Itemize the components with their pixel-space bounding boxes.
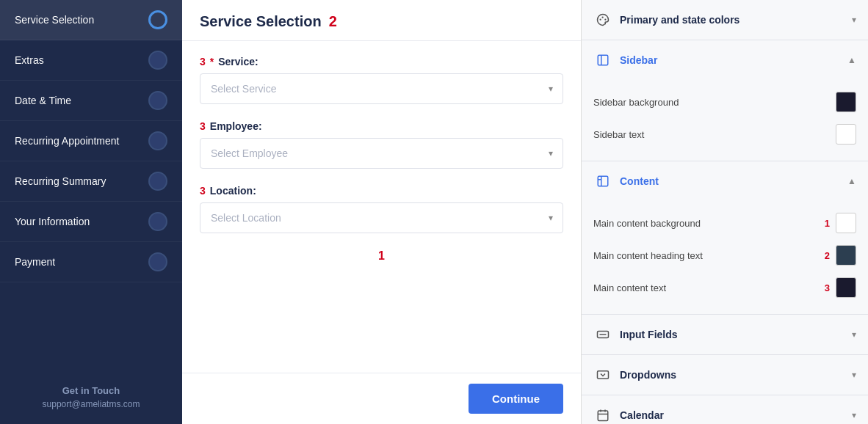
sidebar-item-payment[interactable]: Payment — [0, 242, 182, 282]
service-label: 3 * Service: — [200, 56, 563, 67]
right-section-header-calendar[interactable]: Calendar▾ — [582, 395, 868, 424]
center-header-title: Service Selection 2 — [200, 13, 563, 30]
section-title-calendar: Calendar — [620, 409, 664, 421]
color-row-label-content-2: Main content text — [593, 282, 666, 293]
section-title-input-fields: Input Fields — [620, 329, 678, 340]
employee-select[interactable]: Select Employee — [200, 138, 563, 169]
location-form-group: 3 Location: Select Location ▾ — [200, 185, 563, 233]
right-section-calendar: Calendar▾ — [582, 395, 868, 424]
svg-point-0 — [600, 19, 601, 21]
sidebar-item-label-payment: Payment — [15, 256, 148, 268]
right-section-header-sidebar[interactable]: Sidebar▲ — [582, 40, 868, 80]
color-row-sidebar-0: Sidebar background — [593, 86, 856, 118]
color-row-right-content-2: 3 — [825, 277, 856, 298]
sidebar-item-your-information[interactable]: Your Information — [0, 202, 182, 242]
right-section-header-primary-state-colors[interactable]: Primary and state colors▾ — [582, 0, 868, 40]
color-row-label-sidebar-0: Sidebar background — [593, 97, 679, 108]
color-row-right-content-1: 2 — [825, 245, 856, 266]
color-swatch-content-1[interactable] — [836, 245, 856, 266]
color-row-sidebar-1: Sidebar text — [593, 118, 856, 150]
employee-label: 3 Employee: — [200, 120, 563, 132]
service-label-text: Service: — [218, 56, 258, 67]
sidebar-item-label-service-selection: Service Selection — [15, 14, 148, 26]
employee-form-group: 3 Employee: Select Employee ▾ — [200, 120, 563, 169]
service-form-group: 3 * Service: Select Service ▾ — [200, 56, 563, 104]
center-body: 3 * Service: Select Service ▾ 3 Employee… — [182, 41, 581, 373]
section-left-input-fields: Input Fields — [593, 325, 678, 344]
location-select-wrapper: Select Location ▾ — [200, 202, 563, 233]
sidebar-item-circle-recurring-summary — [148, 172, 167, 191]
sidebar-item-extras[interactable]: Extras — [0, 40, 182, 81]
location-select[interactable]: Select Location — [200, 202, 563, 233]
color-row-right-sidebar-1 — [836, 124, 856, 145]
svg-point-1 — [602, 17, 604, 18]
svg-point-2 — [604, 19, 606, 21]
empty-num: 1 — [378, 249, 385, 263]
continue-button[interactable]: Continue — [469, 384, 563, 414]
right-section-header-input-fields[interactable]: Input Fields▾ — [582, 315, 868, 354]
right-section-dropdowns: Dropdowns▾ — [582, 355, 868, 395]
section-left-calendar: Calendar — [593, 406, 664, 424]
sidebar-item-recurring-summary[interactable]: Recurring Summary — [0, 161, 182, 202]
chevron-input-fields-icon: ▾ — [852, 329, 856, 340]
employee-req-num: 3 — [200, 120, 206, 132]
sidebar-item-circle-extras — [148, 51, 167, 70]
center-title-num: 2 — [329, 13, 337, 30]
sidebar: Service SelectionExtrasDate & TimeRecurr… — [0, 0, 182, 424]
color-row-content-1: Main content heading text2 — [593, 239, 856, 271]
color-swatch-sidebar-0[interactable] — [836, 92, 856, 112]
color-num-content-2: 3 — [825, 282, 830, 293]
svg-rect-3 — [598, 55, 608, 65]
section-left-dropdowns: Dropdowns — [593, 365, 676, 384]
chevron-sidebar-icon: ▲ — [847, 55, 856, 65]
color-swatch-content-2[interactable] — [836, 277, 856, 298]
location-label-text: Location: — [210, 185, 256, 197]
center-content: Service Selection 2 3 * Service: Select … — [182, 0, 582, 424]
sidebar-item-label-your-information: Your Information — [15, 216, 148, 227]
center-title-text: Service Selection — [200, 13, 322, 30]
color-row-right-content-0: 1 — [825, 213, 856, 233]
section-left-primary-state-colors: Primary and state colors — [593, 10, 739, 29]
right-section-primary-state-colors: Primary and state colors▾ — [582, 0, 868, 40]
color-row-label-content-0: Main content background — [593, 218, 701, 229]
sidebar-item-circle-recurring-appointment — [148, 131, 167, 150]
chevron-calendar-icon: ▾ — [852, 410, 856, 420]
main-container: Service SelectionExtrasDate & TimeRecurr… — [0, 0, 868, 424]
section-left-sidebar: Sidebar — [593, 51, 657, 70]
empty-area: 1 — [200, 249, 563, 263]
service-req-star: * — [210, 56, 214, 67]
color-row-right-sidebar-0 — [836, 92, 856, 112]
right-section-input-fields: Input Fields▾ — [582, 315, 868, 355]
service-select-wrapper: Select Service ▾ — [200, 73, 563, 104]
color-swatch-content-0[interactable] — [836, 213, 856, 233]
sidebar-item-label-recurring-summary: Recurring Summary — [15, 175, 148, 187]
service-req-num: 3 — [200, 56, 206, 67]
center-header: Service Selection 2 — [182, 0, 581, 41]
service-select[interactable]: Select Service — [200, 73, 563, 104]
location-label: 3 Location: — [200, 185, 563, 197]
sidebar-item-recurring-appointment[interactable]: Recurring Appointment — [0, 121, 182, 161]
sidebar-support-email: support@ameliatms.com — [43, 399, 140, 409]
sidebar-item-circle-service-selection — [148, 10, 167, 29]
sidebar-item-date-time[interactable]: Date & Time — [0, 81, 182, 121]
section-title-dropdowns: Dropdowns — [620, 369, 676, 381]
section-title-primary-state-colors: Primary and state colors — [620, 14, 739, 26]
section-left-content: Content — [593, 172, 659, 191]
calendar-icon — [593, 406, 612, 424]
svg-rect-11 — [598, 411, 608, 421]
right-section-header-dropdowns[interactable]: Dropdowns▾ — [582, 355, 868, 395]
sidebar-item-circle-your-information — [148, 212, 167, 231]
dropdown-icon — [593, 365, 612, 384]
sidebar-item-label-recurring-appointment: Recurring Appointment — [15, 135, 148, 147]
right-section-body-sidebar: Sidebar backgroundSidebar text — [582, 80, 868, 161]
section-title-sidebar: Sidebar — [620, 54, 657, 66]
right-section-header-content[interactable]: Content▲ — [582, 161, 868, 201]
sidebar-footer: Get in Touch support@ameliatms.com — [0, 370, 182, 424]
svg-rect-10 — [598, 371, 609, 379]
color-num-content-0: 1 — [825, 218, 830, 229]
sidebar-item-service-selection[interactable]: Service Selection — [0, 0, 182, 40]
color-swatch-sidebar-1[interactable] — [836, 124, 856, 145]
color-row-label-sidebar-1: Sidebar text — [593, 129, 644, 140]
center-footer: Continue — [182, 373, 581, 424]
location-req-num: 3 — [200, 185, 206, 197]
